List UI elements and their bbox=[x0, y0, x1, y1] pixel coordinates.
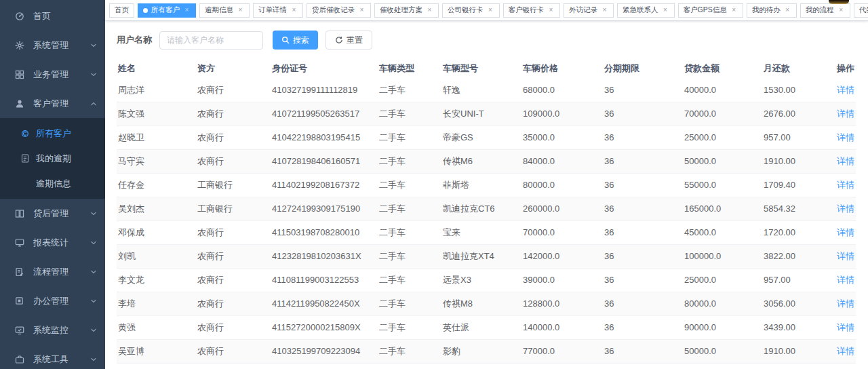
cell-monthly: 3056.00 bbox=[762, 292, 830, 316]
chevron-down-icon bbox=[90, 269, 97, 275]
cell-vehicle-model: 菲斯塔 bbox=[441, 174, 521, 197]
app-root: 首页系统管理业务管理客户管理所有客户我的逾期逾期信息贷后管理报表统计流程管理办公… bbox=[0, 0, 868, 369]
detail-link[interactable]: 详情 bbox=[837, 156, 854, 166]
cell-vehicle-model: 轩逸 bbox=[441, 79, 521, 102]
close-icon[interactable]: × bbox=[426, 7, 433, 14]
ring-icon bbox=[21, 130, 30, 138]
cell-vehicle-type: 二手车 bbox=[378, 269, 441, 292]
sidebar-item-process[interactable]: 流程管理 bbox=[0, 257, 105, 286]
cell-funder: 农商行 bbox=[196, 292, 271, 316]
tab-my-todo[interactable]: 我的待办× bbox=[747, 3, 797, 18]
close-icon[interactable]: × bbox=[784, 7, 791, 14]
tab-label: 订单详情 bbox=[258, 5, 287, 15]
sidebar-item-my-overdue[interactable]: 我的逾期 bbox=[0, 146, 105, 171]
cell-monthly: 1910.00 bbox=[762, 340, 830, 364]
cell-price: 77000.0 bbox=[521, 340, 603, 364]
detail-link[interactable]: 详情 bbox=[837, 180, 854, 190]
cell-id-number bbox=[271, 364, 378, 369]
detail-link[interactable]: 详情 bbox=[837, 298, 854, 309]
detail-link[interactable]: 详情 bbox=[837, 251, 854, 261]
submenu-customer: 所有客户我的逾期逾期信息 bbox=[0, 118, 105, 199]
cell-id-number: 41232819810203631X bbox=[271, 245, 378, 269]
detail-link[interactable]: 详情 bbox=[837, 322, 854, 332]
sidebar-item-business[interactable]: 业务管理 bbox=[0, 60, 105, 89]
sidebar-item-label: 流程管理 bbox=[33, 266, 68, 278]
tab-collection-records[interactable]: 贷后催收记录× bbox=[307, 3, 371, 18]
sidebar-item-system[interactable]: 系统管理 bbox=[0, 31, 105, 60]
sidebar-item-label: 首页 bbox=[33, 10, 51, 22]
close-icon[interactable]: × bbox=[487, 7, 494, 14]
cell-name: 马守宾 bbox=[117, 150, 196, 174]
cell-action: 详情 bbox=[830, 245, 856, 269]
detail-link[interactable]: 详情 bbox=[837, 275, 854, 285]
tool-icon bbox=[15, 355, 26, 364]
cell-price: 68000.0 bbox=[521, 79, 603, 102]
cell-loan: 80000.0 bbox=[683, 292, 762, 316]
cell-action: 详情 bbox=[830, 174, 856, 197]
tab-visit-records[interactable]: 外访记录× bbox=[564, 3, 614, 18]
tab-sign-tasks[interactable]: 代签任务× bbox=[854, 3, 868, 18]
tab-emergency-contacts[interactable]: 紧急联系人× bbox=[617, 3, 675, 18]
cell-monthly: 1910.00 bbox=[762, 150, 830, 174]
tab-label: 代签任务 bbox=[859, 5, 868, 15]
close-icon[interactable]: × bbox=[837, 7, 845, 14]
detail-link[interactable]: 详情 bbox=[837, 85, 854, 95]
column-header: 车辆价格 bbox=[521, 58, 603, 79]
close-icon[interactable]: × bbox=[237, 7, 244, 14]
sidebar-item-customer[interactable]: 客户管理 bbox=[0, 89, 105, 118]
close-icon[interactable]: × bbox=[183, 7, 191, 14]
cell-loan: 100000.0 bbox=[683, 245, 762, 269]
tab-all-customers[interactable]: 所有客户× bbox=[138, 3, 196, 18]
tab-my-flow[interactable]: 我的流程× bbox=[800, 3, 850, 18]
table-row: 黄强农商行41152720000215809X二手车英仕派140000.0369… bbox=[117, 316, 856, 340]
tab-company-bank-card[interactable]: 公司银行卡× bbox=[442, 3, 500, 18]
chevron-down-icon bbox=[90, 71, 97, 78]
close-icon[interactable]: × bbox=[730, 7, 738, 14]
column-header: 月还款 bbox=[762, 58, 830, 79]
cell-id-number: 410422198803195415 bbox=[271, 126, 378, 150]
cell-name: 刘凯 bbox=[117, 245, 196, 269]
close-icon[interactable]: × bbox=[358, 7, 366, 14]
reset-button[interactable]: 重置 bbox=[326, 31, 372, 50]
sidebar-item-report[interactable]: 报表统计 bbox=[0, 228, 105, 257]
tab-customer-bank-card[interactable]: 客户银行卡× bbox=[503, 3, 561, 18]
close-icon[interactable]: × bbox=[601, 7, 608, 14]
table-row: 吴亚博农商行410325199709223094二手车影豹77000.03650… bbox=[117, 340, 856, 364]
close-icon[interactable]: × bbox=[662, 7, 669, 14]
tab-overdue-info[interactable]: 逾期信息× bbox=[199, 3, 250, 18]
detail-link[interactable]: 详情 bbox=[837, 346, 854, 356]
detail-link[interactable]: 详情 bbox=[837, 109, 854, 119]
chevron-down-icon bbox=[90, 210, 97, 217]
detail-link[interactable]: 详情 bbox=[837, 132, 854, 142]
search-button[interactable]: 搜索 bbox=[273, 31, 318, 50]
close-icon[interactable]: × bbox=[547, 7, 555, 14]
cell-term: 36 bbox=[603, 221, 683, 245]
cell-monthly: 957.00 bbox=[762, 126, 830, 150]
tab-collection-plan[interactable]: 催收处理方案× bbox=[374, 3, 439, 18]
chevron-down-icon bbox=[90, 298, 97, 305]
sidebar-item-overdue-info[interactable]: 逾期信息 bbox=[0, 171, 105, 196]
detail-link[interactable]: 详情 bbox=[837, 203, 854, 214]
sidebar-item-all-customers[interactable]: 所有客户 bbox=[0, 121, 105, 146]
tab-home[interactable]: 首页 bbox=[109, 3, 134, 18]
sidebar-item-tools[interactable]: 系统工具 bbox=[0, 345, 105, 369]
cell-id-number: 41152720000215809X bbox=[271, 316, 378, 340]
cell-price: 260000.0 bbox=[521, 197, 603, 221]
column-header: 身份证号 bbox=[271, 58, 378, 79]
sidebar-item-monitor[interactable]: 系统监控 bbox=[0, 315, 105, 345]
sidebar-item-home[interactable]: 首页 bbox=[0, 1, 105, 31]
sidebar-item-label: 逾期信息 bbox=[36, 178, 71, 190]
cell-id-number: 41142119950822450X bbox=[271, 292, 378, 316]
tab-order-detail[interactable]: 订单详情× bbox=[253, 3, 303, 18]
avatar-partial[interactable] bbox=[829, 0, 849, 4]
detail-link[interactable]: 详情 bbox=[837, 227, 854, 237]
tab-customer-gps[interactable]: 客户GPS信息× bbox=[678, 3, 743, 18]
content-panel: 用户名称 搜索 重置 姓名资方身份证号车辆类型车辆型号车辆价格分期 bbox=[105, 21, 868, 369]
tab-label: 所有客户 bbox=[151, 5, 180, 15]
close-icon[interactable]: × bbox=[290, 7, 298, 14]
cell-id-number: 410721199505263517 bbox=[271, 102, 378, 126]
customer-name-input[interactable] bbox=[159, 31, 263, 50]
cell-name: 赵晓卫 bbox=[117, 126, 196, 150]
sidebar-item-office[interactable]: 办公管理 bbox=[0, 286, 105, 315]
sidebar-item-post-loan[interactable]: 贷后管理 bbox=[0, 199, 105, 228]
